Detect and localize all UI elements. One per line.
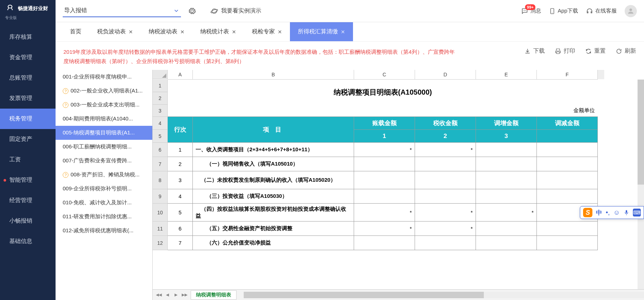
cell[interactable]: 1	[168, 143, 193, 157]
row-header-7[interactable]: 7	[153, 157, 168, 171]
tab-close-icon[interactable]: ✕	[278, 29, 282, 35]
cell[interactable]	[354, 236, 415, 250]
cell[interactable]	[537, 189, 598, 204]
cell[interactable]	[354, 189, 415, 204]
row-header-1[interactable]: 1	[153, 80, 168, 92]
vscroll-up[interactable]	[598, 70, 604, 79]
help-icon[interactable]: ?	[63, 102, 68, 108]
row-header-6[interactable]: 6	[153, 143, 168, 157]
col-header-A[interactable]: A	[168, 70, 193, 80]
cell[interactable]	[537, 143, 598, 157]
unit-label[interactable]: 金额单位	[168, 105, 598, 117]
sidebar-item-5[interactable]: 固定资产	[0, 129, 56, 149]
cell[interactable]	[415, 236, 476, 250]
sidebar-item-3[interactable]: 发票管理	[0, 88, 56, 109]
sheet-tab-active[interactable]: 纳税调整明细表	[191, 290, 237, 300]
cell[interactable]	[476, 143, 537, 157]
cell[interactable]: *	[354, 222, 415, 236]
row-header-2[interactable]: 2	[153, 92, 168, 105]
th-e[interactable]: 调增金额	[476, 117, 537, 130]
cell[interactable]: （三）投资收益（填写A105030）	[193, 189, 354, 204]
th-d[interactable]: 税收金额	[415, 117, 476, 130]
avatar[interactable]	[625, 5, 637, 17]
sheet-list-item-8[interactable]: 009-企业所得税弥补亏损明...	[56, 182, 152, 196]
tab-2[interactable]: 纳税波动表✕	[141, 22, 192, 41]
col-header-D[interactable]: D	[415, 70, 476, 80]
gear-icon[interactable]	[186, 7, 198, 15]
cell[interactable]: 4	[168, 189, 193, 204]
col-header-B[interactable]: B	[193, 70, 354, 80]
ime-keyboard-icon[interactable]: ⌨	[633, 209, 641, 216]
ime-punct-icon[interactable]: •,	[606, 209, 610, 216]
tab-1[interactable]: 税负波动表✕	[89, 22, 141, 41]
sheet-nav-last[interactable]: ▶▶	[181, 291, 189, 299]
cell[interactable]	[415, 157, 476, 171]
sidebar-item-4[interactable]: 税务管理	[0, 109, 56, 129]
cell[interactable]: 5	[168, 204, 193, 222]
col-header-F[interactable]: F	[537, 70, 598, 80]
cell[interactable]: *	[354, 204, 415, 222]
th-rownum[interactable]: 行次	[168, 117, 193, 143]
tab-close-icon[interactable]: ✕	[180, 29, 185, 35]
th-f2[interactable]	[537, 130, 598, 143]
app-download-button[interactable]: App下载	[549, 8, 578, 15]
row-header-10[interactable]: 10	[153, 204, 168, 222]
sheet-list-item-0[interactable]: 001-企业所得税年度纳税申...	[56, 70, 152, 84]
cell[interactable]: （二）未按权责发生制原则确认的收入（填写A105020）	[193, 171, 354, 189]
th-d2[interactable]: 2	[415, 130, 476, 143]
row-header-12[interactable]: 12	[153, 236, 168, 250]
cell[interactable]	[476, 171, 537, 189]
th-f[interactable]: 调减金额	[537, 117, 598, 130]
col-header-E[interactable]: E	[476, 70, 537, 80]
sidebar-item-2[interactable]: 总账管理	[0, 68, 56, 88]
cell[interactable]: *	[354, 143, 415, 157]
row-header-9[interactable]: 9	[153, 189, 168, 204]
tab-5[interactable]: 所得税汇算清缴✕	[290, 22, 353, 41]
help-icon[interactable]: ?	[63, 172, 68, 178]
cell[interactable]: （六）公允价值变动净损益	[193, 236, 354, 250]
sheet-nav-next[interactable]: ▶	[172, 291, 180, 299]
sheet-list-item-4[interactable]: 005-纳税调整项目明细表(A1...	[56, 126, 152, 140]
reset-button[interactable]: 重置	[585, 47, 606, 55]
tab-3[interactable]: 纳税统计表✕	[192, 22, 244, 41]
sidebar-item-7[interactable]: 智能管理	[0, 170, 56, 190]
cell[interactable]: （四）按权益法核算长期股权投资对初始投资成本调整确认收益	[193, 204, 354, 222]
th-c[interactable]: 账载金额	[354, 117, 415, 130]
cell[interactable]	[476, 157, 537, 171]
sheet-list-item-9[interactable]: 010-免税、减计收入及加计...	[56, 196, 152, 210]
ime-emoji-icon[interactable]: ☺	[614, 209, 620, 216]
sheet-nav-prev[interactable]: ◀	[163, 291, 171, 299]
sidebar-item-10[interactable]: 基础信息	[0, 231, 56, 252]
cell[interactable]: *	[415, 204, 476, 222]
cell[interactable]	[476, 189, 537, 204]
cell[interactable]: *	[415, 143, 476, 157]
sidebar-item-0[interactable]: 库存核算	[0, 27, 56, 47]
print-button[interactable]: 打印	[555, 47, 575, 55]
demo-link[interactable]: 我要看实例演示	[210, 7, 261, 15]
sheet-list-item-11[interactable]: 012-减免所得税优惠明细表(...	[56, 224, 152, 238]
cell[interactable]: （一）视同销售收入（填写A105010）	[193, 157, 354, 171]
row-header-8[interactable]: 8	[153, 171, 168, 189]
sheet-list-item-1[interactable]: ?002-一般企业收入明细表(A1...	[56, 84, 152, 98]
sheet-list-item-6[interactable]: 007-广告费和业务宣传费跨...	[56, 154, 152, 168]
cell[interactable]: （五）交易性金融资产初始投资调整	[193, 222, 354, 236]
row-header-5[interactable]: 5	[153, 130, 168, 143]
sidebar-item-6[interactable]: 工资	[0, 149, 56, 170]
th-e2[interactable]: 3	[476, 130, 537, 143]
tab-4[interactable]: 税检专家✕	[244, 22, 290, 41]
cell[interactable]: 6	[168, 222, 193, 236]
cell[interactable]: 7	[168, 236, 193, 250]
refresh-button[interactable]: 刷新	[616, 47, 636, 55]
cell[interactable]	[354, 171, 415, 189]
download-button[interactable]: 下载	[524, 47, 545, 55]
cell[interactable]	[537, 222, 598, 236]
tab-close-icon[interactable]: ✕	[129, 29, 133, 35]
horizontal-scrollbar[interactable]	[244, 292, 644, 298]
cell[interactable]	[537, 171, 598, 189]
row-header-4[interactable]: 4	[153, 117, 168, 130]
cell[interactable]	[415, 171, 476, 189]
th-c2[interactable]: 1	[354, 130, 415, 143]
customer-service-button[interactable]: 在线客服	[586, 8, 617, 15]
messages-button[interactable]: 99+ 消息	[521, 8, 541, 15]
col-header-C[interactable]: C	[354, 70, 415, 80]
